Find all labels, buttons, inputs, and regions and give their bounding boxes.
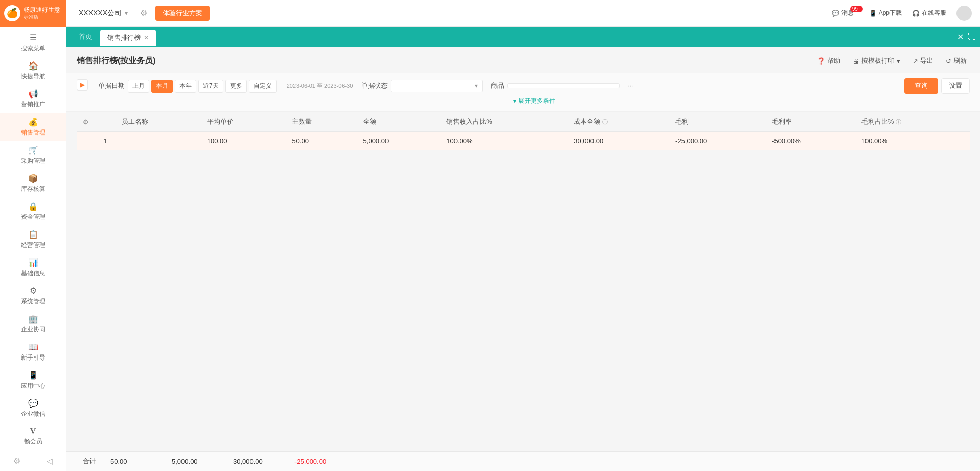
status-select[interactable]: ▾: [391, 80, 483, 92]
sidebar-item-search-order[interactable]: ☰ 搜索菜单: [0, 29, 66, 57]
sidebar-item-system[interactable]: ⚙ 系统管理: [0, 282, 66, 310]
sidebar-label-search: 搜索菜单: [21, 44, 45, 53]
wechat-icon: 💬: [28, 398, 38, 408]
date-btn-custom[interactable]: 自定义: [249, 80, 277, 93]
export-icon: ↗: [913, 57, 918, 65]
main-content: XXXXXX公司 ▾ ⚙ 体验行业方案 💬 消息 99+ 📱 App下载 🎧 在…: [66, 0, 980, 471]
settings-btn[interactable]: 设置: [941, 78, 970, 94]
col-gross-rate: 毛利率: [766, 112, 855, 132]
page-header: 销售排行榜(按业务员) ❓ 帮助 🖨 按模板打印 ▾ ↗ 导出 ↺ 刷新: [66, 47, 980, 73]
row-gross-ratio: 100.00%: [855, 132, 970, 150]
sidebar-logo: 🍊 畅康通好生意 标准版: [0, 0, 66, 27]
sidebar-item-quick-nav[interactable]: 🏠 快捷导航: [0, 57, 66, 85]
tab-close-icon[interactable]: ✕: [144, 34, 149, 41]
online-support-label: 在线客服: [922, 9, 946, 17]
goods-label: 商品: [491, 81, 504, 91]
help-icon: ❓: [817, 57, 825, 65]
date-btn-more[interactable]: 更多: [225, 80, 247, 93]
date-label: 单据日期: [98, 81, 125, 91]
sidebar-label-system: 系统管理: [21, 297, 45, 306]
sidebar-item-purchase[interactable]: 🛒 采购管理: [0, 141, 66, 169]
row-gross-rate: -500.00%: [766, 132, 855, 150]
date-btn-last-month[interactable]: 上月: [128, 80, 149, 93]
sidebar-item-base-info[interactable]: 📊 基础信息: [0, 254, 66, 282]
app-center-icon: 📱: [28, 370, 38, 380]
export-btn[interactable]: ↗ 导出: [909, 54, 937, 68]
sidebar-label-wechat: 企业微信: [21, 410, 45, 418]
sidebar-item-enterprise[interactable]: 🏢 企业协同: [0, 310, 66, 338]
online-support-btn[interactable]: 🎧 在线客服: [912, 9, 946, 17]
col-rank: [95, 112, 116, 132]
date-btn-this-month[interactable]: 本月: [151, 80, 173, 93]
tab-bar-right: ✕ ⛶: [957, 32, 976, 42]
goods-filter-group: 商品: [491, 81, 620, 91]
inventory-icon: 📦: [28, 173, 38, 183]
industry-btn[interactable]: 体验行业方案: [155, 6, 210, 21]
sidebar-item-inventory[interactable]: 📦 库存核算: [0, 169, 66, 197]
status-select-arrow-icon: ▾: [475, 82, 478, 89]
col-amount: 全额: [357, 112, 441, 132]
footer-gross: -25,000.00: [294, 458, 346, 465]
guide-icon: 📖: [28, 342, 38, 352]
sidebar-item-wechat[interactable]: 💬 企业微信: [0, 394, 66, 422]
sidebar-label-guide: 新手引导: [21, 353, 45, 362]
company-selector[interactable]: XXXXXX公司 ▾: [75, 7, 132, 20]
gross-ratio-info-icon[interactable]: ⓘ: [896, 119, 901, 125]
refresh-label: 刷新: [953, 56, 967, 65]
status-label: 单据状态: [361, 81, 388, 91]
date-range-group: 上月 本月 本年 近7天 更多 自定义: [128, 80, 277, 93]
row-rank: 1: [95, 132, 116, 150]
app-download-label: App下载: [879, 9, 902, 17]
sidebar-item-app-center[interactable]: 📱 应用中心: [0, 366, 66, 394]
filter-more-icon[interactable]: ···: [628, 82, 633, 89]
avatar[interactable]: [956, 6, 972, 21]
maximize-icon[interactable]: ⛶: [968, 32, 976, 41]
cost-info-icon[interactable]: ⓘ: [602, 119, 608, 125]
tab-home[interactable]: 首页: [71, 27, 100, 47]
help-btn[interactable]: ❓ 帮助: [814, 54, 844, 68]
page-title: 销售排行榜(按业务员): [77, 56, 156, 66]
filter-main-row: ▶ 单据日期 上月 本月 本年 近7天 更多 自定义: [77, 78, 970, 106]
expand-more-btn[interactable]: ▾ 展开更多条件: [98, 94, 970, 106]
refresh-btn[interactable]: ↺ 刷新: [943, 54, 970, 68]
date-btn-last-7days[interactable]: 近7天: [198, 80, 223, 93]
sidebar-item-marketing[interactable]: 📢 营销推广: [0, 85, 66, 113]
sidebar-item-member[interactable]: V 畅会员: [0, 422, 66, 450]
sidebar-label-operations: 经营管理: [21, 241, 45, 250]
app-title-line1: 畅康通好生意: [24, 6, 60, 14]
footer-label: 合计: [83, 457, 96, 466]
row-avg-price: 100.00: [201, 132, 286, 150]
sales-icon: 💰: [28, 117, 38, 127]
table-row: 1 100.00 50.00 5,000.00 100.00% 30,000.0…: [77, 132, 970, 150]
col-gross-ratio: 毛利占比% ⓘ: [855, 112, 970, 132]
footer-quantity: 50.00: [110, 458, 162, 465]
row-employee: [116, 132, 201, 150]
app-download-btn[interactable]: 📱 App下载: [869, 9, 902, 17]
sidebar-item-finance[interactable]: 🔒 资金管理: [0, 197, 66, 226]
print-chevron-icon: ▾: [897, 57, 900, 65]
status-filter-group: 单据状态 ▾: [361, 80, 483, 92]
date-btn-this-year[interactable]: 本年: [175, 80, 196, 93]
filter-collapse-btn[interactable]: ▶: [77, 79, 88, 91]
support-icon: 🎧: [912, 10, 920, 17]
table-head: ⚙ 员工名称 平均单价 主数量 全额 销售收入占比% 成本全额 ⓘ 毛利 毛利率: [77, 112, 970, 132]
sidebar-collapse-btn[interactable]: ◁: [47, 456, 53, 466]
sidebar-settings-btn[interactable]: ⚙: [13, 456, 20, 466]
print-btn[interactable]: 🖨 按模板打印 ▾: [850, 54, 903, 68]
sidebar-item-sales[interactable]: 💰 销售管理: [0, 113, 66, 141]
query-btn[interactable]: 查询: [904, 78, 938, 94]
sidebar-item-guide[interactable]: 📖 新手引导: [0, 338, 66, 366]
gear-btn[interactable]: ⚙: [138, 6, 149, 20]
filter-section: ▶ 单据日期 上月 本月 本年 近7天 更多 自定义: [66, 73, 980, 112]
table-area: ⚙ 员工名称 平均单价 主数量 全额 销售收入占比% 成本全额 ⓘ 毛利 毛利率: [66, 112, 980, 451]
col-avg-price: 平均单价: [201, 112, 286, 132]
table-header-row: ⚙ 员工名称 平均单价 主数量 全额 销售收入占比% 成本全额 ⓘ 毛利 毛利率: [77, 112, 970, 132]
export-label: 导出: [920, 56, 933, 65]
goods-input[interactable]: [507, 83, 620, 88]
message-btn[interactable]: 💬 消息 99+: [832, 9, 859, 17]
sidebar-item-operations[interactable]: 📋 经营管理: [0, 226, 66, 254]
close-window-icon[interactable]: ✕: [957, 32, 964, 42]
app-title-line2: 标准版: [24, 14, 60, 20]
tab-sales-rank[interactable]: 销售排行榜 ✕: [100, 30, 156, 46]
col-settings[interactable]: ⚙: [77, 112, 95, 132]
